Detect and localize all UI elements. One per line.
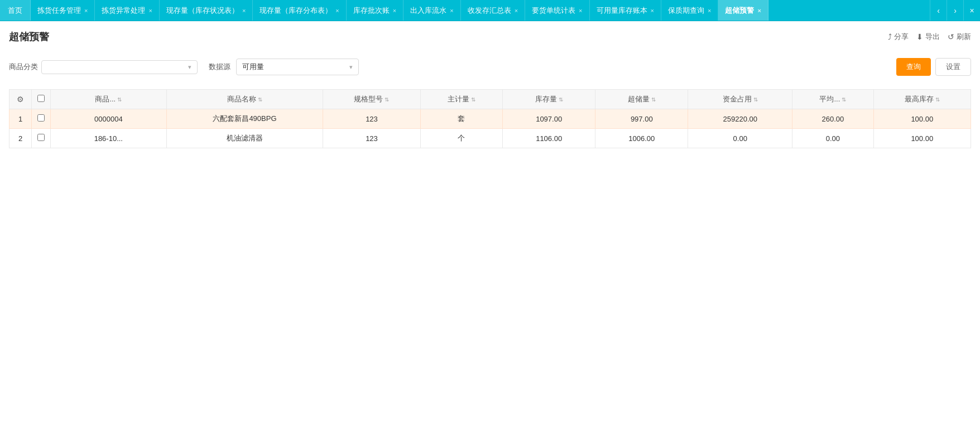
th-spec-label: 规格型号: [354, 94, 383, 104]
th-stock[interactable]: 库存量 ⇅: [503, 90, 595, 109]
page-header: 超储预警 ⤴ 分享 ⬇ 导出 ↺ 刷新: [9, 30, 971, 43]
nav-close-inout-flow[interactable]: ×: [450, 7, 453, 14]
th-code[interactable]: 商品... ⇅: [51, 90, 167, 109]
nav-stock-dist-label: 现存量（库存分布表）: [260, 6, 332, 16]
th-over[interactable]: 超储量 ⇅: [595, 90, 688, 109]
nav-bar: 首页 拣货任务管理 × 拣货异常处理 × 现存量（库存状况表） × 现存量（库存…: [0, 0, 980, 21]
data-table: ⚙ 商品... ⇅ 商品名称 ⇅: [9, 89, 971, 148]
cell-capital-1: 0.00: [688, 129, 792, 148]
nav-right-arrow[interactable]: ›: [947, 0, 963, 21]
th-checkbox[interactable]: [32, 90, 51, 109]
table-header-row: ⚙ 商品... ⇅ 商品名称 ⇅: [9, 90, 971, 109]
cell-over-1: 1006.00: [595, 129, 688, 148]
datasource-filter-group: 数据源 可用量 ▾: [209, 59, 359, 75]
nav-item-batch-account[interactable]: 库存批次账 ×: [347, 0, 403, 21]
page-content: 超储预警 ⤴ 分享 ⬇ 导出 ↺ 刷新 商品分类 ▾ 数据源: [0, 21, 980, 446]
th-max-stock-sort[interactable]: 最高库存 ⇅: [905, 94, 940, 104]
share-button[interactable]: ⤴ 分享: [888, 32, 909, 42]
settings-button[interactable]: 设置: [935, 58, 971, 76]
nav-close-stock-dist[interactable]: ×: [335, 7, 339, 14]
cell-checkbox-1[interactable]: [32, 129, 51, 148]
th-unit-label: 主计量: [448, 94, 469, 104]
th-over-label: 超储量: [628, 94, 650, 104]
export-label: 导出: [925, 32, 940, 42]
cell-unit-1: 个: [420, 129, 502, 148]
nav-close-all[interactable]: ×: [963, 0, 980, 21]
nav-item-overstock[interactable]: 超储预警 ×: [718, 0, 768, 21]
th-code-sort[interactable]: 商品... ⇅: [95, 94, 122, 104]
th-stock-sort[interactable]: 库存量 ⇅: [535, 94, 563, 104]
query-button[interactable]: 查询: [896, 58, 931, 76]
th-spec-sort-icon: ⇅: [385, 96, 389, 103]
row-checkbox-0[interactable]: [37, 114, 45, 122]
th-name-sort-icon: ⇅: [258, 96, 262, 103]
category-select[interactable]: ▾: [41, 60, 198, 74]
th-max-stock[interactable]: 最高库存 ⇅: [873, 90, 971, 109]
cell-code-1: 186-10...: [51, 129, 167, 148]
nav-close-expiry[interactable]: ×: [708, 7, 711, 14]
nav-close-overstock[interactable]: ×: [757, 7, 761, 14]
table-row[interactable]: 2 186-10... 机油滤清器 123 个 1106.00 1006.00 …: [9, 129, 971, 148]
cell-code-0: 0000004: [51, 109, 167, 129]
th-unit-sort[interactable]: 主计量 ⇅: [448, 94, 475, 104]
datasource-select[interactable]: 可用量 ▾: [236, 59, 359, 75]
th-avg[interactable]: 平均... ⇅: [792, 90, 873, 109]
gear-icon[interactable]: ⚙: [17, 95, 24, 104]
nav-close-stock-status[interactable]: ×: [242, 7, 246, 14]
page-title: 超储预警: [9, 30, 49, 43]
th-capital-sort-icon: ⇅: [753, 96, 758, 103]
nav-item-pick-task[interactable]: 拣货任务管理 ×: [31, 0, 95, 21]
nav-item-pick-exception[interactable]: 拣货异常处理 ×: [95, 0, 159, 21]
datasource-select-value: 可用量: [242, 62, 264, 72]
th-over-sort[interactable]: 超储量 ⇅: [628, 94, 656, 104]
cell-name-0: 六配套新昌490BPG: [166, 109, 323, 129]
th-name-sort[interactable]: 商品名称 ⇅: [227, 94, 262, 104]
nav-close-pick-task[interactable]: ×: [84, 7, 88, 14]
nav-order-stat-label: 要货单统计表: [532, 6, 575, 16]
cell-max-stock-1: 100.00: [873, 129, 971, 148]
cell-checkbox-0[interactable]: [32, 109, 51, 129]
nav-item-expiry[interactable]: 保质期查询 ×: [661, 0, 718, 21]
nav-expiry-label: 保质期查询: [668, 6, 704, 16]
nav-item-home[interactable]: 首页: [0, 0, 31, 21]
share-icon: ⤴: [888, 32, 892, 41]
nav-item-avail-book[interactable]: 可用量库存账本 ×: [590, 0, 661, 21]
nav-close-order-stat[interactable]: ×: [579, 7, 582, 14]
nav-close-batch-account[interactable]: ×: [393, 7, 396, 14]
select-all-checkbox[interactable]: [37, 95, 45, 102]
nav-item-summary[interactable]: 收发存汇总表 ×: [461, 0, 525, 21]
refresh-button[interactable]: ↺ 刷新: [948, 32, 971, 42]
cell-avg-1: 0.00: [792, 129, 873, 148]
nav-close-pick-exception[interactable]: ×: [148, 7, 152, 14]
th-max-stock-sort-icon: ⇅: [935, 96, 940, 103]
category-filter-group: 商品分类 ▾: [9, 60, 198, 74]
nav-summary-label: 收发存汇总表: [468, 6, 511, 16]
th-settings[interactable]: ⚙: [9, 90, 32, 109]
nav-item-stock-dist[interactable]: 现存量（库存分布表） ×: [253, 0, 346, 21]
cell-over-0: 997.00: [595, 109, 688, 129]
nav-left-arrow[interactable]: ‹: [930, 0, 947, 21]
nav-inout-flow-label: 出入库流水: [410, 6, 446, 16]
th-avg-sort-icon: ⇅: [842, 96, 846, 103]
th-avg-label: 平均...: [819, 94, 840, 104]
th-spec-sort[interactable]: 规格型号 ⇅: [354, 94, 389, 104]
table-row[interactable]: 1 0000004 六配套新昌490BPG 123 套 1097.00 997.…: [9, 109, 971, 129]
nav-close-avail-book[interactable]: ×: [651, 7, 654, 14]
th-capital-sort[interactable]: 资金占用 ⇅: [723, 94, 758, 104]
export-button[interactable]: ⬇ 导出: [916, 32, 940, 42]
category-dropdown-arrow: ▾: [188, 64, 191, 71]
th-avg-sort[interactable]: 平均... ⇅: [819, 94, 846, 104]
th-capital[interactable]: 资金占用 ⇅: [688, 90, 792, 109]
cell-stock-0: 1097.00: [503, 109, 595, 129]
nav-item-order-stat[interactable]: 要货单统计表 ×: [525, 0, 589, 21]
nav-batch-account-label: 库存批次账: [353, 6, 390, 16]
header-actions: ⤴ 分享 ⬇ 导出 ↺ 刷新: [888, 32, 971, 42]
th-spec[interactable]: 规格型号 ⇅: [323, 90, 420, 109]
th-unit[interactable]: 主计量 ⇅: [420, 90, 502, 109]
nav-item-inout-flow[interactable]: 出入库流水 ×: [403, 0, 460, 21]
row-checkbox-1[interactable]: [37, 134, 45, 141]
nav-item-stock-status[interactable]: 现存量（库存状况表） ×: [160, 0, 253, 21]
nav-close-summary[interactable]: ×: [515, 7, 518, 14]
cell-num-0: 1: [9, 109, 32, 129]
th-name[interactable]: 商品名称 ⇅: [166, 90, 323, 109]
